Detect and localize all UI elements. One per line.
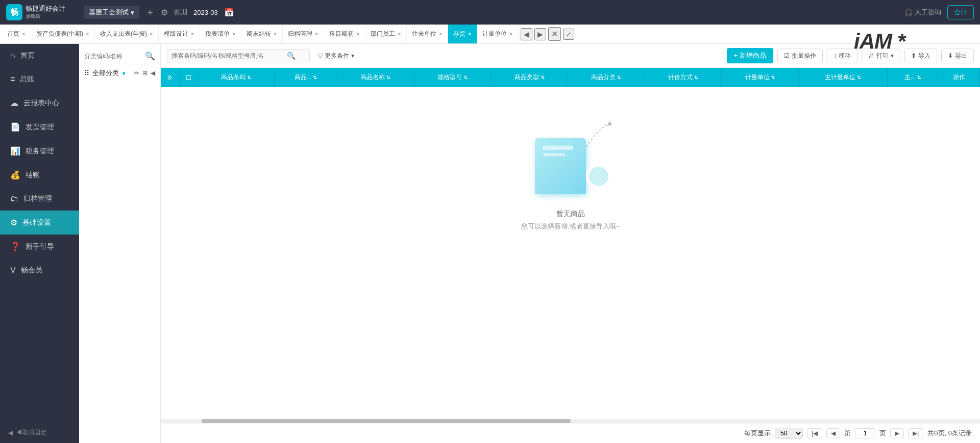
category-search-bar[interactable]: 🔍 [79,48,160,64]
scroll-thumb[interactable] [202,419,570,423]
right-data-panel: 🔍 ▽ 更多条件 ▾ + 新增商品 ☑ 批量操作 ↕ [161,44,980,443]
sidebar-item-ledger[interactable]: ≡ 总账 [0,67,79,91]
sidebar-item-settings[interactable]: ⚙ 基础设置 [0,211,79,235]
tab-balance-sheet[interactable]: 资产负债表(中期) ✕ [31,25,95,44]
th-settings[interactable]: ⚙ [161,68,179,87]
collapse-panel-icon[interactable]: ◀ [151,69,155,77]
th-unit[interactable]: 计量单位 [722,68,799,87]
close-tab-home-icon[interactable]: ✕ [21,31,26,37]
archive-icon: 🗂 [10,194,18,203]
sidebar-item-invoice[interactable]: 📄 发票管理 [0,115,79,139]
close-tab-dept-icon[interactable]: ✕ [397,31,401,37]
th-name[interactable]: 商品名称 [337,68,414,87]
category-search-icon[interactable]: 🔍 [145,51,155,61]
category-search-input[interactable] [84,53,142,60]
current-page-input[interactable] [855,428,875,438]
help-label: 人工咨询 [915,8,941,17]
close-tab-balance-icon[interactable]: ✕ [85,31,89,37]
tab-template-label: 模版设计 [164,30,188,38]
content-inner: 🔍 ⠿ 全部分类 ● ✏ ⊞ ◀ [79,44,980,443]
tabs-prev-button[interactable]: ◀ [521,28,532,40]
sidebar-settings-label: 基础设置 [22,218,51,227]
settings-icon[interactable]: ⚙ [161,8,168,17]
app-title: 畅捷通好会计 [26,5,65,13]
next-page-button[interactable]: ▶ [890,428,904,438]
sidebar-item-member[interactable]: V 畅会员 [0,259,79,282]
sidebar-unpin-button[interactable]: ◀ ◀取消固定 [0,422,79,443]
th-pricing[interactable]: 计价方式 [645,68,722,87]
tab-income[interactable]: 收入支出表(年报) ✕ [95,25,159,44]
tab-archive-label: 归档管理 [288,30,312,38]
import-button[interactable]: ⬆ 导入 [904,49,937,63]
tab-unit[interactable]: 计量单位 ✕ [477,25,519,44]
close-tab-income-icon[interactable]: ✕ [149,31,153,37]
close-tab-inventory-icon[interactable]: ✕ [468,31,472,37]
horizontal-scrollbar[interactable] [161,419,980,423]
first-page-button[interactable]: |◀ [807,428,822,438]
close-tab-contacts-icon[interactable]: ✕ [438,31,443,37]
tab-dept[interactable]: 部门员工 ✕ [365,25,407,44]
export-button[interactable]: ⬇ 导出 [941,49,974,63]
close-tab-unit-icon[interactable]: ✕ [509,31,513,37]
ledger-icon: ≡ [10,75,15,84]
home-icon: ⌂ [10,51,15,60]
sidebar-item-tax[interactable]: 📊 税务管理 [0,139,79,163]
th-checkbox[interactable]: ☐ [179,68,198,87]
page-size-select[interactable]: 50 100 200 [775,428,803,439]
account-button[interactable]: 会计 [947,5,974,19]
tabs-close-all-button[interactable]: ✕ [548,27,561,41]
th-type[interactable]: 商品类型 [491,68,568,87]
sidebar-home-label: 首页 [20,51,35,60]
sidebar-item-close[interactable]: 💰 结账 [0,163,79,187]
th-spec[interactable]: 规格型号 [414,68,491,87]
help-button[interactable]: 🎧 人工咨询 [904,8,941,17]
close-tab-period-icon[interactable]: ✕ [273,31,277,37]
prev-page-button[interactable]: ◀ [826,428,840,438]
add-product-button[interactable]: + 新增商品 [727,48,773,63]
tabs-next-button[interactable]: ▶ [534,28,546,40]
sidebar-item-guide[interactable]: ❓ 新手引导 [0,235,79,259]
tab-home[interactable]: 首页 ✕ [2,25,31,44]
tab-contacts[interactable]: 往来单位 ✕ [407,25,448,44]
product-search-input[interactable] [172,52,284,59]
tab-period-close[interactable]: 期末结转 ✕ [241,25,283,44]
dropdown-arrow-icon: ▾ [131,9,134,16]
all-category-label[interactable]: 全部分类 [92,68,119,78]
th-code[interactable]: 商品... [275,68,337,87]
product-search-bar[interactable]: 🔍 [167,49,310,62]
category-header: ⠿ 全部分类 ● ✏ ⊞ ◀ [79,64,160,82]
sidebar-item-archive[interactable]: 🗂 归档管理 [0,187,79,211]
th-barcode[interactable]: 商品条码 [198,68,275,87]
tab-archive[interactable]: 归档管理 ✕ [283,25,324,44]
calendar-icon[interactable]: 📅 [224,8,234,17]
close-tab-template-icon[interactable]: ✕ [190,31,194,37]
more-filter-button[interactable]: ▽ 更多条件 ▾ [314,50,358,62]
sidebar-guide-label: 新手引导 [26,242,54,251]
tabs-expand-button[interactable]: ⤢ [563,29,574,40]
tab-tax[interactable]: 税表清单 ✕ [200,25,241,44]
company-selector[interactable]: 基层工会测试 ▾ [84,6,139,19]
th-main-unit[interactable]: 主计量单位 [798,68,888,87]
th-category[interactable]: 商品分类 [568,68,645,87]
pagination-bar: 每页显示 50 100 200 |◀ ◀ 第 页 ▶ ▶| 共0页, 0条记录 [161,423,980,443]
expand-category-icon[interactable]: ⊞ [142,69,148,77]
close-tab-subject-icon[interactable]: ✕ [356,31,360,37]
batch-operation-button[interactable]: ☑ 批量操作 [777,49,823,63]
sidebar-item-home[interactable]: ⌂ 首页 [0,44,79,67]
tab-inventory[interactable]: 存货 ✕ [448,25,477,44]
add-tab-button[interactable]: ＋ [145,6,155,18]
last-page-button[interactable]: ▶| [908,428,923,438]
product-search-icon[interactable]: 🔍 [287,52,296,60]
close-tab-archive-icon[interactable]: ✕ [314,31,318,37]
sidebar-item-cloud[interactable]: ☁ 云报表中心 [0,91,79,115]
tabs-bar: 首页 ✕ 资产负债表(中期) ✕ 收入支出表(年报) ✕ 模版设计 ✕ 税表清单… [0,25,980,44]
empty-desc: 您可以选择新增,或者直接导入哦~ [521,222,620,231]
th-col3[interactable]: 主... [888,68,938,87]
move-button[interactable]: ↕ 移动 [827,49,857,63]
tab-template[interactable]: 模版设计 ✕ [159,25,200,44]
close-tab-tax-icon[interactable]: ✕ [232,31,236,37]
settings-sidebar-icon: ⚙ [10,218,17,227]
edit-category-icon[interactable]: ✏ [134,69,139,77]
batch-label: 批量操作 [792,52,816,60]
tab-subject[interactable]: 科目期初 ✕ [324,25,365,44]
